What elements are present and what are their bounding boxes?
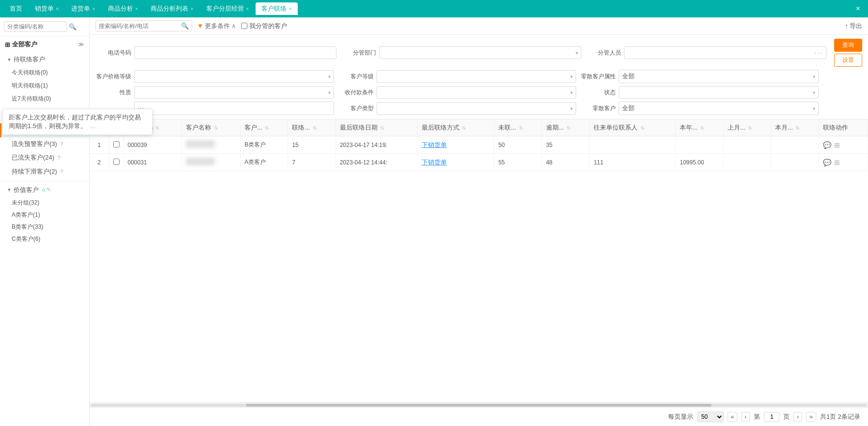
scatter-attr-select[interactable]: 全部 ▾ bbox=[619, 70, 819, 83]
level-sort[interactable]: ⇅ bbox=[265, 125, 269, 131]
status-arrow: ▾ bbox=[813, 90, 815, 95]
prev-page-btn[interactable]: ‹ bbox=[741, 412, 750, 422]
customer-level-select[interactable]: ▾ bbox=[377, 70, 577, 83]
sidebar-item-class-c[interactable]: C类客户(6) bbox=[0, 233, 89, 245]
scatter-customer-select[interactable]: 全部 ▾ bbox=[619, 102, 819, 115]
sidebar-item-lost-pre[interactable]: 流失预警客户(3) ? bbox=[0, 137, 89, 151]
sidebar-search-icon[interactable]: 🔍 bbox=[69, 23, 76, 30]
table-header-row: ⚙ 客户编码 ⇅ 客户名称 ⇅ bbox=[90, 119, 868, 136]
unread-sort[interactable]: ⇅ bbox=[519, 125, 523, 131]
page-input[interactable] bbox=[764, 412, 779, 422]
nature-select[interactable]: ▾ bbox=[134, 86, 334, 99]
tab-purchase[interactable]: 进货单 × bbox=[65, 2, 101, 15]
last-page-btn[interactable]: » bbox=[806, 412, 816, 422]
sidebar-item-lost[interactable]: 已流失客户(24) ? bbox=[0, 151, 89, 165]
thismonth-sort[interactable]: ⇅ bbox=[795, 125, 799, 131]
query-button[interactable]: 查询 bbox=[834, 39, 862, 52]
my-customers-check[interactable] bbox=[241, 23, 247, 29]
lastdate-sort[interactable]: ⇅ bbox=[380, 125, 384, 131]
h-scroll-thumb[interactable] bbox=[246, 404, 712, 407]
value-group-edit[interactable]: ○ bbox=[42, 186, 46, 193]
sidebar-item-continuous[interactable]: 持续下滑客户(2) ? bbox=[0, 165, 89, 179]
tab-contact-close[interactable]: × bbox=[289, 6, 291, 12]
tab-sales[interactable]: 销货单 × bbox=[29, 2, 64, 15]
tab-product-list-close[interactable]: × bbox=[190, 6, 193, 12]
tab-home[interactable]: 首页 bbox=[4, 2, 28, 15]
sidebar-item-ungroup[interactable]: 未分组(32) bbox=[0, 197, 89, 209]
sidebar-item-today[interactable]: 今天待联络(0) bbox=[0, 66, 89, 79]
sidebar-item-class-b[interactable]: B类客户(33) bbox=[0, 221, 89, 233]
value-group[interactable]: ▼ 价值客户 ○ ✎ bbox=[0, 183, 89, 197]
app-close-button[interactable]: × bbox=[852, 4, 864, 13]
nature-label: 性质 bbox=[95, 88, 134, 97]
tab-product-analysis[interactable]: 商品分析 × bbox=[102, 2, 144, 15]
person-input[interactable]: ··· bbox=[624, 46, 826, 59]
next-page-btn[interactable]: › bbox=[793, 412, 802, 422]
row1-checkbox[interactable] bbox=[113, 141, 120, 147]
sidebar-item-tomorrow[interactable]: 明天待联络(1) bbox=[0, 79, 89, 92]
lost-info-icon[interactable]: ? bbox=[57, 155, 60, 161]
pending-group[interactable]: ▼ 待联络客户 bbox=[0, 53, 89, 66]
sidebar-collapse-icon[interactable]: ≫ bbox=[78, 41, 84, 48]
all-customers-header[interactable]: ⊞ 全部客户 ≫ bbox=[0, 36, 89, 53]
dept-arrow: ▾ bbox=[576, 50, 578, 56]
h-scrollbar[interactable] bbox=[90, 402, 868, 407]
first-page-btn[interactable]: « bbox=[728, 412, 738, 422]
search-icon[interactable]: 🔍 bbox=[181, 22, 189, 29]
tab-product-analysis-close[interactable]: × bbox=[135, 6, 138, 12]
row2-action-grid[interactable]: ⊞ bbox=[834, 159, 840, 166]
tab-purchase-close[interactable]: × bbox=[92, 6, 95, 12]
col-header-level: 客户... ⇅ bbox=[240, 119, 288, 136]
field-nature: 性质 ▾ bbox=[95, 86, 334, 99]
tab-product-analysis-list[interactable]: 商品分析列表 × bbox=[145, 2, 199, 15]
lost-pre-info-icon[interactable]: ? bbox=[60, 141, 63, 147]
status-select[interactable]: ▾ bbox=[619, 86, 819, 99]
sidebar-item-class-a[interactable]: A类客户(1) bbox=[0, 209, 89, 221]
dept-select[interactable]: ▾ bbox=[379, 46, 581, 59]
my-customers-checkbox[interactable]: 我分管的客户 bbox=[241, 22, 287, 30]
nature-arrow: ▾ bbox=[328, 90, 331, 95]
row2-action-chat[interactable]: 💬 bbox=[823, 159, 831, 166]
continuous-info-icon[interactable]: ? bbox=[60, 169, 63, 175]
lastmethod-sort[interactable]: ⇅ bbox=[462, 125, 466, 131]
field-customer-type: 客户类型 ▾ bbox=[338, 102, 577, 115]
row2-lastmethod: 下销货单 bbox=[417, 154, 494, 171]
lastmonth-sort[interactable]: ⇅ bbox=[748, 125, 752, 131]
row1-lastmethod-link[interactable]: 下销货单 bbox=[422, 141, 447, 148]
tab-customer-segment[interactable]: 客户分层经营 × bbox=[200, 2, 255, 15]
unit-contact-sort[interactable]: ⇅ bbox=[640, 125, 644, 131]
more-conditions-btn[interactable]: ▼ 更多条件 ∧ bbox=[197, 22, 236, 30]
h-scroll-track[interactable] bbox=[91, 404, 867, 407]
row2-checkbox[interactable] bbox=[113, 159, 120, 165]
price-level-select[interactable]: ▾ bbox=[134, 70, 334, 83]
row1-thismonth bbox=[771, 136, 819, 154]
row1-unread: 50 bbox=[494, 136, 542, 154]
payment-arrow: ▾ bbox=[570, 90, 573, 95]
contacts-sort[interactable]: ⇅ bbox=[313, 125, 317, 131]
sidebar-search-input[interactable] bbox=[4, 21, 67, 32]
row2-lastmethod-link[interactable]: 下销货单 bbox=[422, 159, 447, 166]
name-sort[interactable]: ⇅ bbox=[214, 125, 218, 131]
search-input[interactable] bbox=[99, 23, 181, 29]
row1-level: B类客户 bbox=[240, 136, 288, 154]
overdue-sort[interactable]: ⇅ bbox=[566, 125, 570, 131]
settings-button[interactable]: 设置 bbox=[834, 54, 862, 67]
customer-type-select[interactable]: ▾ bbox=[377, 102, 577, 115]
row1-action-grid[interactable]: ⊞ bbox=[834, 141, 840, 149]
search-box[interactable]: 🔍 bbox=[95, 20, 192, 31]
export-button[interactable]: ↑ 导出 bbox=[845, 22, 863, 30]
phone-input[interactable] bbox=[134, 46, 336, 59]
tab-sales-close[interactable]: × bbox=[56, 6, 59, 12]
customer-type-label: 客户类型 bbox=[338, 104, 377, 113]
per-page-select[interactable]: 50 100 200 bbox=[697, 411, 724, 422]
tab-customer-contact[interactable]: 客户联络 × bbox=[256, 2, 297, 15]
payment-select[interactable]: ▾ bbox=[377, 86, 577, 99]
code-sort[interactable]: ⇅ bbox=[155, 125, 159, 131]
value-group-settings[interactable]: ✎ bbox=[46, 187, 51, 193]
table-area[interactable]: ⚙ 客户编码 ⇅ 客户名称 ⇅ bbox=[90, 119, 868, 402]
row1-action-chat[interactable]: 💬 bbox=[823, 141, 831, 149]
thisyear-sort[interactable]: ⇅ bbox=[700, 125, 704, 131]
tab-segment-close[interactable]: × bbox=[246, 6, 249, 12]
dots-input[interactable]: ··· bbox=[134, 102, 334, 115]
sidebar-item-7days[interactable]: 近7天待联络(0) bbox=[0, 92, 89, 105]
